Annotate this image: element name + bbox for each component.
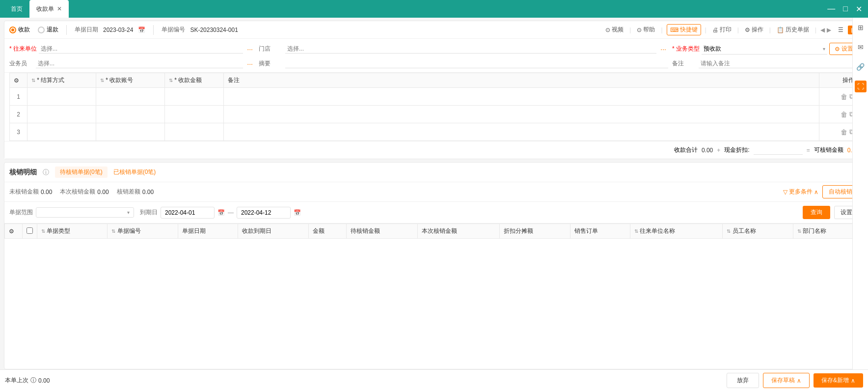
salesperson-input[interactable] (36, 59, 243, 68)
discount-input[interactable] (754, 145, 803, 155)
th-account-label: * 收款账号 (106, 77, 133, 84)
sidebar-camera-icon[interactable]: ⛶ (855, 81, 867, 92)
td-settlement-1[interactable] (27, 88, 96, 106)
delete-row-1-icon[interactable]: 🗑 (841, 93, 847, 101)
tab-pending[interactable]: 待核销单据(0笔) (55, 167, 108, 178)
calendar-to-icon[interactable]: 📅 (294, 209, 301, 216)
td-account-1[interactable] (96, 88, 165, 106)
save-new-button[interactable]: 保存&新增 ∧ (814, 373, 863, 388)
sidebar-email-icon[interactable]: ✉ (855, 41, 867, 53)
bt-th-amount: 金额 (309, 224, 347, 239)
range-select[interactable]: ▾ (36, 207, 134, 218)
remarks-input-3[interactable] (224, 123, 819, 140)
calendar-icon[interactable]: 📅 (138, 27, 145, 33)
counterpart-more-btn[interactable]: ··· (245, 45, 255, 53)
print-btn[interactable]: 🖨 打印 (710, 25, 733, 35)
td-amount-1[interactable] (165, 88, 224, 106)
section-info-icon[interactable]: ⓘ (43, 168, 49, 177)
settlement-input-1[interactable] (27, 88, 96, 105)
section-title: 核销明细 (9, 168, 37, 177)
remarks-input[interactable] (699, 59, 859, 68)
current-value: 0.00 (97, 189, 108, 196)
ops-btn[interactable]: ⚙ 操作 (743, 25, 765, 35)
business-type-select[interactable]: 预收款 ▾ (702, 44, 827, 55)
minimize-icon[interactable]: — (825, 3, 837, 14)
delete-row-3-icon[interactable]: 🗑 (841, 128, 847, 136)
remarks-input-1[interactable] (224, 88, 819, 105)
save-draft-label: 保存草稿 (771, 376, 795, 385)
tab-close-icon[interactable]: ✕ (57, 5, 62, 12)
summary-input[interactable] (285, 59, 668, 68)
amount-input-2[interactable] (165, 106, 223, 123)
sidebar-table-icon[interactable]: ⊞ (855, 22, 867, 33)
next-page-icon[interactable]: ▶ (827, 27, 831, 33)
account-input-2[interactable] (96, 106, 164, 123)
section-header: 核销明细 ⓘ 待核销单据(0笔) 已核销单据(0笔) (4, 163, 864, 182)
td-settlement-2[interactable] (27, 106, 96, 123)
th-gear[interactable]: ⚙ (10, 73, 27, 88)
bt-th-gear[interactable]: ⚙ (5, 224, 23, 239)
section-tabs: 待核销单据(0笔) 已核销单据(0笔) (55, 167, 161, 178)
radio-receipt[interactable]: 收款 (9, 26, 30, 34)
close-icon[interactable]: ✕ (854, 3, 864, 15)
query-button[interactable]: 查询 (803, 206, 830, 219)
td-account-3[interactable] (96, 123, 165, 141)
date-from-input[interactable] (161, 207, 215, 219)
discard-button[interactable]: 放弃 (727, 373, 759, 388)
history-btn[interactable]: 📋 历史单据 (775, 25, 811, 35)
row-num-1: 1 (10, 88, 27, 106)
prev-page-icon[interactable]: ◀ (820, 27, 825, 33)
maximize-icon[interactable]: □ (841, 3, 850, 14)
shortcut-icon: ⌨ (670, 27, 678, 33)
tab-receipt[interactable]: 收款单 ✕ (29, 0, 69, 18)
bt-settings-icon[interactable]: ⚙ (9, 228, 14, 235)
calendar-from-icon[interactable]: 📅 (217, 209, 225, 216)
salesperson-more-btn[interactable]: ··· (245, 60, 255, 68)
video-icon: ⊙ (605, 27, 610, 33)
store-more-btn[interactable]: ··· (658, 45, 668, 53)
settlement-input-3[interactable] (27, 123, 96, 140)
delete-row-2-icon[interactable]: 🗑 (841, 111, 847, 118)
date-range-separator: — (228, 209, 234, 216)
sidebar-link-icon[interactable]: 🔗 (855, 61, 867, 73)
tab-home[interactable]: 首页 (4, 0, 29, 18)
sort-icon: ⇅ (31, 78, 35, 83)
save-draft-button[interactable]: 保存草稿 ∧ (763, 373, 810, 388)
account-input-1[interactable] (96, 88, 164, 105)
more-conditions-btn[interactable]: ▽ 更多条件 ∧ (783, 188, 818, 196)
settlement-input-2[interactable] (27, 106, 96, 123)
td-remarks-2[interactable] (224, 106, 819, 123)
amount-input-1[interactable] (165, 88, 223, 105)
td-settlement-3[interactable] (27, 123, 96, 141)
td-amount-2[interactable] (165, 106, 224, 123)
store-input[interactable] (285, 44, 656, 54)
bt-th-discount: 折扣分摊额 (499, 224, 570, 239)
table-settings-icon[interactable]: ⚙ (14, 77, 19, 84)
uncancelled-label: 未核销金额 (9, 188, 39, 196)
bt-check-all[interactable] (27, 227, 33, 234)
list-layout-icon[interactable]: ☰ (835, 26, 846, 34)
right-sidebar: ⊞ ✉ 🔗 ⛶ (852, 18, 868, 369)
td-remarks-3[interactable] (224, 123, 819, 141)
footer-stat-info-icon[interactable]: ⓘ (30, 376, 36, 385)
filter-actions: 查询 设置 (803, 206, 859, 219)
account-input-3[interactable] (96, 123, 164, 140)
td-amount-3[interactable] (165, 123, 224, 141)
remarks-input-2[interactable] (224, 106, 819, 123)
toolbar-row: 收款 退款 单据日期 2023-03-24 📅 单据编号 SK-20230324… (4, 21, 864, 39)
filter-row: 单据范围 ▾ 到期日 📅 — 📅 查询 设置 (4, 202, 864, 223)
td-account-2[interactable] (96, 106, 165, 123)
date-to-input[interactable] (237, 207, 291, 219)
business-type-value: 预收款 (704, 45, 721, 53)
shortcut-btn[interactable]: ⌨ 快捷键 (667, 24, 701, 35)
tab-home-label: 首页 (11, 5, 23, 13)
counterpart-input[interactable] (39, 44, 243, 54)
amount-input-3[interactable] (165, 123, 223, 140)
video-btn[interactable]: ⊙ 视频 (603, 25, 625, 35)
help-btn[interactable]: ⊙ 帮助 (635, 25, 657, 35)
main-wrap: 收款 退款 单据日期 2023-03-24 📅 单据编号 SK-20230324… (0, 18, 868, 391)
tab-done[interactable]: 已核销单据(0笔) (108, 167, 161, 178)
td-remarks-1[interactable] (224, 88, 819, 106)
bt-th-type-label: 单据类型 (47, 227, 70, 234)
radio-refund[interactable]: 退款 (38, 26, 58, 34)
